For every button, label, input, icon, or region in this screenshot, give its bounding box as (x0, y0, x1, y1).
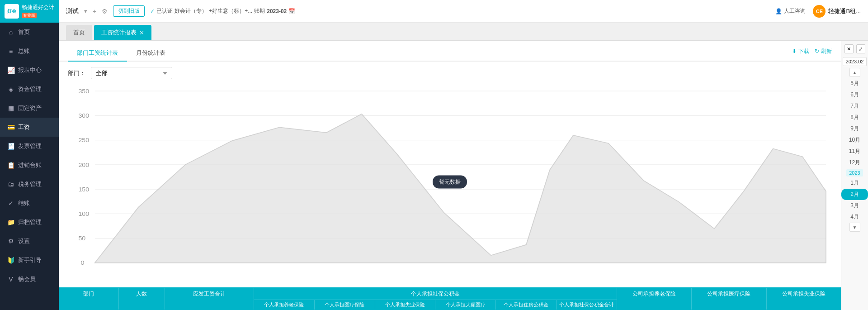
th-personal-unemploy-label: 个人承担失业保险 (385, 302, 425, 307)
panel-month-mar[interactable]: 3月 (841, 200, 868, 211)
sidebar-logo: 好会 畅捷通好会计 专业版 (0, 0, 59, 23)
member-icon: V (7, 276, 14, 283)
sidebar-item-sales[interactable]: 📋 进销台账 (0, 156, 59, 175)
svg-text:150: 150 (78, 186, 89, 192)
subtab-dept[interactable]: 部门工资统计表 (68, 45, 127, 62)
sidebar-label-home: 首页 (18, 28, 30, 36)
sidebar-label-report: 报表中心 (18, 66, 42, 74)
tab-payroll-report-label: 工资统计报表 (101, 29, 137, 37)
refresh-icon: ↻ (815, 48, 819, 54)
panel-year-2023[interactable]: 2023 (846, 169, 863, 176)
download-icon: ⬇ (792, 48, 797, 54)
logo-icon: 好会 (5, 4, 19, 19)
logo-name: 畅捷通好会计 (22, 4, 54, 11)
panel-month-8[interactable]: 8月 (841, 112, 868, 123)
fund-icon: ◈ (7, 86, 14, 93)
th-company-unemploy-label: 公司承担失业保险 (782, 291, 826, 297)
period-label: 账期 (254, 7, 265, 15)
subtab-left: 部门工资统计表 月份统计表 (68, 45, 175, 61)
panel-month-jan-label: 1月 (850, 180, 859, 186)
user-initials: CE (816, 9, 823, 14)
refresh-label: 刷新 (821, 48, 832, 55)
th-dept-label: 部门 (83, 291, 94, 297)
panel-month-5[interactable]: 5月 (841, 78, 868, 89)
sidebar-item-payroll[interactable]: 💳 工资 (0, 118, 59, 137)
topbar-dropdown-btn[interactable]: ▾ (84, 8, 87, 14)
download-label: 下载 (798, 48, 809, 55)
sidebar-item-guide[interactable]: 🔰 新手引导 (0, 251, 59, 270)
refresh-btn[interactable]: ↻ 刷新 (815, 48, 832, 55)
subtab-bar: 部门工资统计表 月份统计表 ⬇ 下载 ↻ 刷新 (59, 41, 841, 62)
th-headcount: 人数 (119, 288, 165, 310)
calendar-icon[interactable]: 📅 (288, 8, 295, 14)
panel-month-mar-label: 3月 (850, 202, 859, 209)
panel-month-12[interactable]: 12月 (841, 157, 868, 168)
panel-nav-down[interactable]: ▼ (849, 223, 860, 232)
guide-icon: 🔰 (7, 257, 14, 264)
settings-icon: ⚙ (7, 238, 14, 245)
sidebar-item-settle[interactable]: ✓ 结账 (0, 194, 59, 213)
sidebar-item-report[interactable]: 📈 报表中心 (0, 61, 59, 80)
subtab-month[interactable]: 月份统计表 (127, 45, 175, 62)
sidebar: 好会 畅捷通好会计 专业版 ⌂ 首页 ≡ 总账 📈 报表中心 ◈ 资金管理 ▦ … (0, 0, 59, 310)
certified-status: 已认证 (156, 7, 173, 15)
th-company-unemploy: 公司承担失业保险 (767, 288, 841, 310)
panel-close-btn[interactable]: ✕ (844, 44, 854, 53)
panel-month-apr[interactable]: 4月 (841, 211, 868, 223)
svg-text:100: 100 (78, 211, 89, 217)
tab-close-btn[interactable]: ✕ (139, 29, 144, 36)
panel-expand-btn[interactable]: ⤢ (856, 44, 865, 53)
sidebar-item-invoice[interactable]: 🧾 发票管理 (0, 137, 59, 156)
tabbar: 首页 工资统计报表 ✕ (59, 23, 868, 41)
sidebar-label-tax: 税务管理 (18, 180, 42, 188)
sidebar-item-archive[interactable]: 📁 归档管理 (0, 213, 59, 232)
panel-month-11[interactable]: 11月 (841, 146, 868, 157)
panel-month-7-label: 7月 (850, 103, 859, 109)
user-menu[interactable]: CE 轻捷通B组... (813, 5, 861, 18)
panel-month-10[interactable]: 10月 (841, 134, 868, 146)
topbar: 测试 ▾ + ⚙ 切到旧版 ✓ 已认证 好会计（专） +好生意（标）+... 账… (59, 0, 868, 23)
dept-filter-select[interactable]: 全部 研发部 销售部 行政部 财务部 (91, 67, 172, 79)
sidebar-item-home[interactable]: ⌂ 首页 (0, 23, 59, 42)
add-btn[interactable]: + (93, 8, 96, 15)
sidebar-item-settings[interactable]: ⚙ 设置 (0, 232, 59, 251)
panel-nav-up[interactable]: ▲ (849, 68, 860, 77)
user-name: 轻捷通B组... (828, 7, 861, 15)
assets-icon: ▦ (7, 105, 14, 112)
settings-gear-icon[interactable]: ⚙ (102, 8, 108, 15)
help-btn[interactable]: 👤 人工咨询 (775, 7, 806, 15)
sidebar-item-assets[interactable]: ▦ 固定资产 (0, 99, 59, 118)
user-avatar: CE (813, 5, 826, 18)
sidebar-label-settings: 设置 (18, 237, 30, 245)
sidebar-item-member[interactable]: V 畅会员 (0, 270, 59, 289)
tab-home[interactable]: 首页 (66, 25, 92, 40)
filter-bar: 部门： 全部 研发部 销售部 行政部 财务部 (59, 62, 841, 85)
sidebar-item-ledger[interactable]: ≡ 总账 (0, 42, 59, 61)
sidebar-label-fund: 资金管理 (18, 85, 42, 93)
panel-month-9-label: 9月 (850, 125, 859, 132)
subtab-actions: ⬇ 下载 ↻ 刷新 (792, 48, 832, 59)
panel-month-6[interactable]: 6月 (841, 89, 868, 100)
sidebar-label-guide: 新手引导 (18, 256, 42, 264)
download-btn[interactable]: ⬇ 下载 (792, 48, 809, 55)
panel-month-feb-label: 2月 (850, 191, 859, 197)
th-personal-housing-label: 个人承担住房公积金 (504, 302, 548, 307)
panel-month-feb[interactable]: 2月 (841, 189, 868, 200)
panel-month-10-label: 10月 (849, 137, 860, 143)
switch-old-btn[interactable]: 切到旧版 (113, 5, 145, 17)
sidebar-item-tax[interactable]: 🗂 税务管理 (0, 175, 59, 194)
th-personal-housing: 个人承担住房公积金 (496, 300, 557, 310)
panel-month-jan[interactable]: 1月 (841, 177, 868, 189)
payroll-icon: 💳 (7, 124, 14, 131)
sidebar-item-fund[interactable]: ◈ 资金管理 (0, 80, 59, 99)
tab-payroll-report[interactable]: 工资统计报表 ✕ (94, 25, 151, 40)
panel-month-12-label: 12月 (849, 159, 860, 166)
help-label: 人工咨询 (784, 7, 806, 15)
th-personal-major-medical: 个人承担大额医疗 (435, 300, 496, 310)
svg-text:0: 0 (81, 260, 85, 266)
sidebar-label-settle: 结账 (18, 199, 30, 207)
good-acc-status: 好会计（专） (175, 7, 207, 15)
panel-month-9[interactable]: 9月 (841, 123, 868, 134)
topbar-right: 👤 人工咨询 CE 轻捷通B组... (775, 5, 861, 18)
panel-month-7[interactable]: 7月 (841, 100, 868, 112)
